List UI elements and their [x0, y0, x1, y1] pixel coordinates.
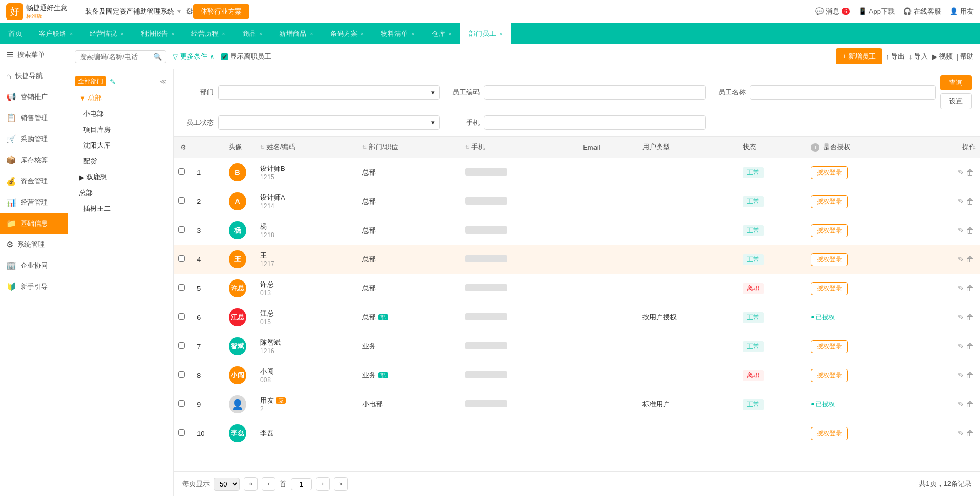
first-page-button[interactable]: « — [244, 477, 258, 491]
next-page-button[interactable]: › — [316, 477, 330, 491]
nav-tab-经营历程[interactable]: 经营历程× — [183, 23, 233, 44]
table-settings-icon[interactable]: ⚙ — [178, 142, 189, 152]
edit-dept-icon[interactable]: ✎ — [110, 77, 116, 86]
row-checkbox[interactable] — [178, 400, 185, 407]
auth-login-button[interactable]: 授权登录 — [811, 166, 848, 179]
row-checkbox[interactable] — [178, 226, 185, 233]
sidebar-item-guide[interactable]: 🔰新手引导 — [0, 276, 68, 297]
tab-close-icon[interactable]: × — [222, 31, 225, 37]
nav-tab-条码方案[interactable]: 条码方案× — [322, 23, 372, 44]
edit-button[interactable]: ✎ — [958, 429, 964, 437]
edit-button[interactable]: ✎ — [958, 400, 964, 409]
nav-tab-部门员工[interactable]: 部门员工× — [460, 23, 511, 44]
search-input[interactable] — [80, 53, 153, 61]
tab-close-icon[interactable]: × — [171, 31, 174, 37]
delete-button[interactable]: 🗑 — [966, 429, 974, 437]
auth-login-button[interactable]: 授权登录 — [811, 282, 848, 295]
tab-close-icon[interactable]: × — [499, 31, 502, 37]
dept-item-chashuwang[interactable]: 插树王二 — [68, 201, 173, 217]
set-button[interactable]: 设置 — [940, 93, 972, 109]
tab-close-icon[interactable]: × — [411, 31, 414, 37]
show-resigned-checkbox[interactable] — [221, 53, 228, 60]
sidebar-item-system[interactable]: ⚙系统管理 — [0, 234, 68, 255]
edit-button[interactable]: ✎ — [958, 168, 964, 177]
edit-button[interactable]: ✎ — [958, 226, 964, 235]
edit-button[interactable]: ✎ — [958, 197, 964, 206]
video-button[interactable]: ▶ 视频 — [932, 52, 953, 61]
row-checkbox[interactable] — [178, 429, 185, 436]
import-button[interactable]: ↓ 导入 — [909, 52, 928, 61]
row-checkbox[interactable] — [178, 168, 185, 175]
dept-item-peihuo[interactable]: 配货 — [68, 153, 173, 169]
edit-button[interactable]: ✎ — [958, 371, 964, 380]
auth-login-button[interactable]: 授权登录 — [811, 369, 848, 382]
empname-filter-input[interactable] — [750, 85, 936, 100]
th-dept[interactable]: ⇅ 部门/职位 — [358, 137, 460, 158]
sidebar-item-purchase[interactable]: 🛒采购管理 — [0, 129, 68, 150]
add-employee-button[interactable]: + 新增员工 — [836, 48, 882, 64]
help-button[interactable]: | 帮助 — [957, 52, 974, 61]
auth-login-button[interactable]: 授权登录 — [811, 195, 848, 208]
dept-item-xiaodibu[interactable]: 小电部 — [68, 106, 173, 122]
empcode-filter-input[interactable] — [484, 85, 706, 100]
delete-button[interactable]: 🗑 — [966, 400, 974, 409]
row-checkbox[interactable] — [178, 197, 185, 204]
tab-close-icon[interactable]: × — [259, 31, 262, 37]
sidebar-item-finance[interactable]: 💰资金管理 — [0, 171, 68, 192]
nav-tab-仓库[interactable]: 仓库× — [423, 23, 460, 44]
delete-button[interactable]: 🗑 — [966, 371, 974, 380]
auth-login-button[interactable]: 授权登录 — [811, 253, 848, 266]
app-download-button[interactable]: 📱 App下载 — [858, 7, 895, 16]
collapse-dept-icon[interactable]: ≪ — [160, 77, 167, 85]
auth-login-button[interactable]: 授权登录 — [811, 224, 848, 237]
delete-button[interactable]: 🗑 — [966, 255, 974, 264]
delete-button[interactable]: 🗑 — [966, 226, 974, 235]
delete-button[interactable]: 🗑 — [966, 197, 974, 206]
tab-close-icon[interactable]: × — [310, 31, 313, 37]
tab-close-icon[interactable]: × — [361, 31, 364, 37]
prev-page-button[interactable]: ‹ — [262, 477, 275, 491]
messages-button[interactable]: 💬 消息 6 — [815, 7, 850, 16]
nav-tab-客户联络[interactable]: 客户联络× — [31, 23, 81, 44]
dept-filter-select[interactable]: ▾ — [218, 85, 440, 100]
gear-icon[interactable]: ⚙ — [186, 6, 193, 16]
sidebar-item-search[interactable]: ☰搜索菜单 — [0, 44, 68, 65]
online-service-button[interactable]: 🎧 在线客服 — [903, 7, 941, 16]
row-checkbox[interactable] — [178, 284, 185, 291]
dept-item-shenyang[interactable]: 沈阳大库 — [68, 138, 173, 153]
tab-close-icon[interactable]: × — [120, 31, 123, 37]
per-page-select[interactable]: 50 — [214, 478, 240, 491]
sidebar-item-operations[interactable]: 📊经营管理 — [0, 192, 68, 213]
page-input[interactable] — [291, 478, 312, 490]
sidebar-item-enterprise[interactable]: 🏢企业协同 — [0, 255, 68, 276]
edit-button[interactable]: ✎ — [958, 284, 964, 293]
export-button[interactable]: ↑ 导出 — [886, 52, 905, 61]
delete-button[interactable]: 🗑 — [966, 313, 974, 322]
dept-item-xiangmu[interactable]: 项目库房 — [68, 122, 173, 138]
th-name[interactable]: ⇅ 姓名/编码 — [256, 137, 358, 158]
nav-tab-商品[interactable]: 商品× — [234, 23, 271, 44]
dept-item-zongbu-root[interactable]: ▼ 总部 — [68, 90, 173, 106]
sidebar-item-sales[interactable]: 📋销售管理 — [0, 108, 68, 129]
dept-item-zongbu2[interactable]: 总部 — [68, 185, 173, 201]
nav-tab-经营情况[interactable]: 经营情况× — [81, 23, 132, 44]
system-dropdown-arrow[interactable]: ▼ — [176, 8, 182, 14]
delete-button[interactable]: 🗑 — [966, 284, 974, 293]
query-button[interactable]: 查询 — [940, 75, 972, 90]
phone-filter-input[interactable] — [484, 115, 706, 130]
all-dept-tag[interactable]: 全部部门 — [75, 76, 106, 86]
empstatus-filter-select[interactable]: ▾ — [218, 115, 440, 130]
tab-close-icon[interactable]: × — [70, 31, 73, 37]
nav-tab-新增商品[interactable]: 新增商品× — [271, 23, 321, 44]
nav-tab-首页[interactable]: 首页 — [0, 23, 31, 44]
row-checkbox[interactable] — [178, 313, 185, 320]
row-checkbox[interactable] — [178, 371, 185, 378]
user-button[interactable]: 👤 用友 — [949, 7, 974, 16]
experience-button[interactable]: 体验行业方案 — [193, 4, 249, 19]
nav-tab-物料清单[interactable]: 物料清单× — [372, 23, 423, 44]
row-checkbox[interactable] — [178, 342, 185, 349]
sidebar-item-quicknav[interactable]: ⌂快捷导航 — [0, 65, 68, 86]
sidebar-item-inventory[interactable]: 📦库存核算 — [0, 150, 68, 171]
delete-button[interactable]: 🗑 — [966, 342, 974, 351]
row-checkbox[interactable] — [178, 255, 185, 262]
